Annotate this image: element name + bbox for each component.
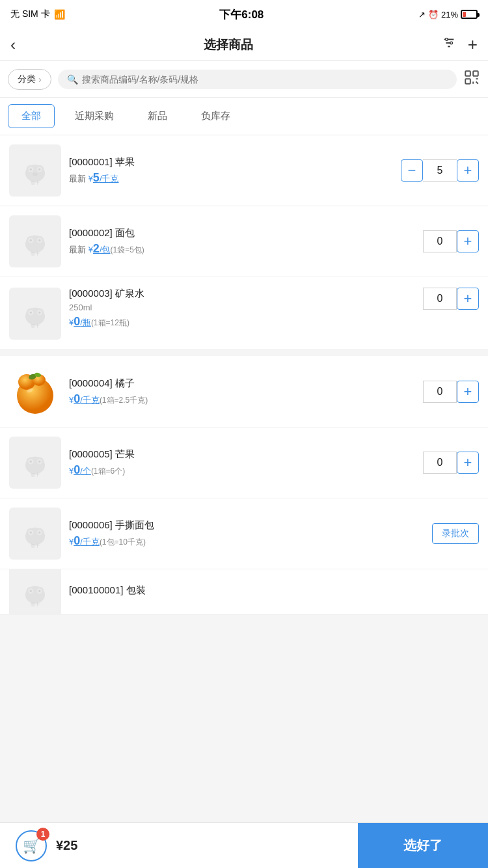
product-price: ¥0/千克(1包=10千克) bbox=[69, 534, 424, 548]
quantity-control: 0 + bbox=[423, 452, 479, 474]
quantity-control: 0 + bbox=[423, 288, 479, 310]
svg-point-65 bbox=[38, 590, 40, 591]
svg-text:智十: 智十 bbox=[31, 472, 40, 477]
svg-point-19 bbox=[33, 172, 38, 176]
product-name: [000100001] 包装 bbox=[69, 584, 471, 597]
product-image: 智十 bbox=[9, 569, 61, 615]
svg-text:智十: 智十 bbox=[31, 601, 40, 606]
cart-icon: 🛒 bbox=[23, 837, 40, 854]
category-button[interactable]: 分类 › bbox=[8, 69, 51, 90]
section-divider bbox=[0, 349, 488, 356]
product-info: [0000005] 芒果 ¥0/个(1箱=6个) bbox=[61, 448, 423, 477]
product-name: [0000004] 橘子 bbox=[69, 377, 415, 390]
cart-badge: 1 bbox=[36, 828, 49, 841]
increase-button[interactable]: + bbox=[457, 159, 479, 182]
product-price: 最新 ¥2/包(1袋=5包) bbox=[69, 242, 415, 256]
tab-all[interactable]: 全部 bbox=[8, 104, 55, 128]
status-time: 下午6:08 bbox=[219, 7, 264, 22]
product-info: [0000003] 矿泉水 250ml ¥0/瓶(1箱=12瓶) bbox=[61, 288, 423, 329]
product-image bbox=[9, 366, 61, 418]
tab-new[interactable]: 新品 bbox=[134, 104, 181, 128]
orange-illustration bbox=[9, 366, 61, 418]
svg-point-35 bbox=[38, 312, 40, 314]
filter-icon[interactable] bbox=[442, 36, 456, 54]
battery-percent: 21% bbox=[441, 10, 458, 20]
product-info: [0000006] 手撕面包 ¥0/千克(1包=10千克) bbox=[61, 519, 432, 548]
cart-total: ¥25 bbox=[56, 838, 77, 853]
svg-rect-7 bbox=[465, 79, 470, 84]
quantity-control: − + bbox=[401, 159, 479, 182]
page-title: 选择商品 bbox=[204, 36, 253, 53]
svg-point-27 bbox=[38, 239, 40, 241]
increase-button[interactable]: + bbox=[457, 381, 479, 403]
search-box: 🔍 bbox=[58, 70, 457, 89]
product-spec: 250ml bbox=[69, 303, 415, 312]
quantity-input[interactable] bbox=[423, 159, 457, 182]
quantity-display: 0 bbox=[423, 288, 457, 310]
product-price: ¥0/个(1箱=6个) bbox=[69, 463, 415, 477]
product-image: 智十 bbox=[9, 215, 61, 267]
status-bar: 无 SIM 卡 📶 下午6:08 ↗ ⏰ 21% bbox=[0, 0, 488, 29]
table-row: 智十 [000100001] 包装 bbox=[0, 569, 488, 615]
svg-point-34 bbox=[30, 312, 32, 314]
product-name: [0000002] 面包 bbox=[69, 227, 415, 239]
product-image: 智十 bbox=[9, 508, 61, 560]
status-right: ↗ ⏰ 21% bbox=[418, 10, 478, 20]
tab-bar: 全部 近期采购 新品 负库存 bbox=[0, 98, 488, 135]
product-info: [0000001] 苹果 最新 ¥5/千克 bbox=[61, 156, 401, 185]
confirm-button[interactable]: 选好了 bbox=[358, 823, 488, 869]
increase-button[interactable]: + bbox=[457, 452, 479, 474]
svg-point-64 bbox=[30, 590, 32, 591]
svg-point-18 bbox=[38, 169, 40, 170]
increase-button[interactable]: + bbox=[457, 230, 479, 252]
quantity-display: 0 bbox=[423, 230, 457, 252]
product-image: 智十 bbox=[9, 288, 61, 340]
product-price: ¥0/瓶(1箱=12瓶) bbox=[69, 315, 415, 329]
svg-rect-6 bbox=[473, 71, 478, 76]
tab-recent[interactable]: 近期采购 bbox=[61, 104, 128, 128]
location-icon: ↗ bbox=[418, 10, 426, 20]
svg-point-17 bbox=[30, 169, 32, 170]
product-name: [0000001] 苹果 bbox=[69, 156, 393, 169]
svg-point-26 bbox=[30, 239, 32, 241]
cart-section: 🛒 1 ¥25 bbox=[0, 830, 358, 861]
batch-button[interactable]: 录批次 bbox=[432, 523, 479, 544]
bottom-bar: 🛒 1 ¥25 选好了 bbox=[0, 822, 488, 868]
product-image: 智十 bbox=[9, 144, 61, 197]
search-input[interactable] bbox=[82, 74, 448, 85]
nav-actions: + bbox=[442, 34, 478, 55]
battery-icon bbox=[461, 10, 478, 19]
increase-button[interactable]: + bbox=[457, 288, 479, 310]
product-info: [000100001] 包装 bbox=[61, 584, 479, 599]
svg-point-49 bbox=[38, 461, 40, 463]
table-row: [0000004] 橘子 ¥0/千克(1箱=2.5千克) 0 + bbox=[0, 356, 488, 427]
product-info: [0000002] 面包 最新 ¥2/包(1袋=5包) bbox=[61, 227, 423, 256]
svg-point-57 bbox=[38, 532, 40, 534]
filter-bar: 分类 › 🔍 bbox=[0, 61, 488, 98]
wifi-icon: 📶 bbox=[54, 9, 65, 20]
product-price: 最新 ¥5/千克 bbox=[69, 171, 393, 185]
quantity-display: 0 bbox=[423, 381, 457, 403]
add-button[interactable]: + bbox=[468, 34, 478, 55]
alarm-icon: ⏰ bbox=[428, 10, 439, 20]
quantity-control: 0 + bbox=[423, 381, 479, 403]
svg-point-56 bbox=[30, 532, 32, 534]
search-icon: 🔍 bbox=[67, 74, 78, 85]
scan-icon[interactable] bbox=[463, 69, 480, 90]
tab-negative[interactable]: 负库存 bbox=[187, 104, 244, 128]
product-image: 智十 bbox=[9, 437, 61, 489]
quantity-control: 0 + bbox=[423, 230, 479, 252]
svg-point-3 bbox=[445, 38, 448, 40]
product-name: [0000005] 芒果 bbox=[69, 448, 415, 461]
status-carrier: 无 SIM 卡 📶 bbox=[10, 8, 65, 20]
table-row: 智十 [0000003] 矿泉水 250ml ¥0/瓶(1箱=12瓶) 0 + bbox=[0, 277, 488, 349]
nav-bar: ‹ 选择商品 + bbox=[0, 29, 488, 61]
svg-rect-5 bbox=[465, 71, 470, 76]
product-info: [0000004] 橘子 ¥0/千克(1箱=2.5千克) bbox=[61, 377, 423, 406]
product-name: [0000006] 手撕面包 bbox=[69, 519, 424, 532]
table-row: 智十 [0000002] 面包 最新 ¥2/包(1袋=5包) 0 + bbox=[0, 206, 488, 277]
svg-line-11 bbox=[476, 81, 478, 83]
decrease-button[interactable]: − bbox=[401, 159, 423, 182]
cart-button[interactable]: 🛒 1 bbox=[16, 830, 47, 861]
back-button[interactable]: ‹ bbox=[10, 36, 16, 54]
